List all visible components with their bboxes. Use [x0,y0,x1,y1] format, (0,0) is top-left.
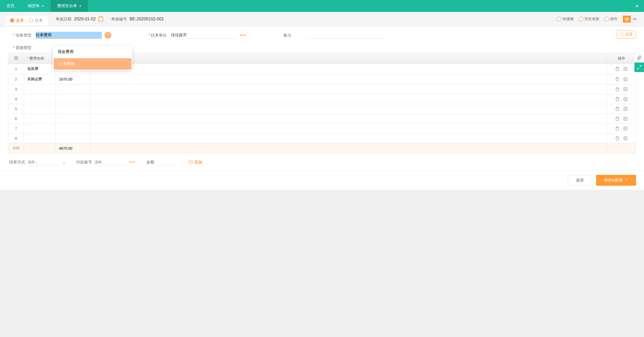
settlement-method-field: 结算方式 ⌄ [9,159,66,165]
add-row-icon[interactable] [623,107,628,111]
cell-name[interactable] [24,114,56,124]
header-gear[interactable] [8,53,24,64]
close-icon[interactable]: × [79,4,81,8]
cell-amount[interactable] [56,134,90,143]
footer: 放弃 保存&新增 ⌃ [0,171,644,190]
calendar-icon[interactable] [98,17,103,21]
remark-input[interactable] [306,32,385,39]
settlement-method-input[interactable] [28,159,60,165]
biz-type-input[interactable] [36,32,102,39]
add-row-icon[interactable] [623,136,628,140]
cell-remark[interactable] [90,74,607,85]
cell-name[interactable] [24,124,56,134]
add-row-icon[interactable] [623,117,628,121]
pay-account-input[interactable] [95,159,126,165]
operate-button[interactable]: 操作 [605,17,618,21]
cell-remark[interactable] [90,114,607,124]
delete-row-icon[interactable] [615,87,619,91]
header-remark: 备注 [90,53,607,64]
chevron-down-icon[interactable]: ⌄ [62,160,66,165]
add-payment-button[interactable]: + 添加 [189,160,202,165]
cell-name[interactable] [24,85,56,94]
save-label: 保存&新增 [604,178,623,183]
cell-name[interactable]: 采购运费 [24,74,56,85]
cell-name[interactable] [24,134,56,143]
subtotal-amount: 4670.00 [56,143,90,154]
pay-account-label: 付款账号 [76,160,92,165]
doc-no-field: 单据编号 BE-20200102-001 [111,17,164,22]
party-input[interactable] [171,32,237,39]
delete-row-icon[interactable] [615,67,619,71]
cell-amount[interactable] [56,114,90,124]
cell-amount[interactable] [56,124,90,134]
cell-amount[interactable]: 1670.00 [56,74,90,85]
view-list-button[interactable] [623,16,631,23]
add-payment-label: 添加 [194,160,202,165]
cell-actions [607,134,636,143]
dropdown-option-receivable[interactable]: 往来费用 [54,58,131,70]
row-index: 8 [8,134,24,143]
radio-red[interactable]: 红单 [29,18,43,23]
shortcut-label: 快捷键 [563,17,574,21]
add-row-icon[interactable] [623,87,628,91]
add-row-icon[interactable] [623,97,628,101]
pay-account-field: 付款账号 ••• [76,159,136,165]
dropdown-option-cash[interactable]: 现金费用 [53,46,132,57]
delete-row-icon[interactable] [615,77,619,81]
grid-icon [605,17,609,21]
view-detail-button[interactable] [631,16,639,23]
delete-row-icon[interactable] [615,136,619,140]
tab-sales[interactable]: 销货单 × [21,0,51,12]
cell-name[interactable] [24,104,56,114]
add-row-icon[interactable] [623,77,628,81]
shortcut-button[interactable]: 快捷键 [557,17,574,21]
delete-row-icon[interactable] [615,117,619,121]
cell-name[interactable]: 包装费 [24,64,56,74]
settings-button[interactable]: 设置 [617,30,636,38]
cell-amount[interactable] [56,104,90,114]
cell-actions [607,124,636,134]
sub-header: 蓝单 红单 单据日期 2020-01-02 单据编号 BE-20200102-0… [0,12,644,26]
cell-remark[interactable] [90,94,607,104]
cell-name[interactable] [24,94,56,104]
save-button[interactable]: 保存&新增 ⌃ [596,175,636,186]
doc-no-label: 单据编号 [111,17,127,22]
party-field: *往来单位 ••• [148,32,246,39]
biz-type-label: *业务类型 [13,33,33,38]
history-button[interactable]: 历史单据 [579,17,599,21]
add-row-icon[interactable] [623,67,628,71]
cancel-button[interactable]: 放弃 [568,175,592,186]
party-label: *往来单位 [148,33,168,38]
cell-remark[interactable] [90,134,607,143]
add-row-icon[interactable] [623,126,628,131]
delete-row-icon[interactable] [615,97,619,101]
panel-close-icon[interactable]: × [630,0,644,12]
table-row: 6 [8,114,636,124]
radio-blue[interactable]: 蓝单 [10,18,24,23]
doc-date-value[interactable]: 2020-01-02 [74,17,96,21]
table-row: 2 采购运费 1670.00 [8,74,636,85]
delete-row-icon[interactable] [615,126,619,131]
tab-expense-label: 费用支出单 [57,3,77,8]
expand-icon[interactable] [634,63,644,72]
cell-amount[interactable] [56,85,90,94]
close-icon[interactable]: × [42,4,44,8]
tab-home[interactable]: 首页 [0,0,21,12]
tab-expense[interactable]: 费用支出单 × [51,0,88,12]
row-index: 3 [8,85,24,94]
biz-type-dropdown: 现金费用 往来费用 [53,46,132,70]
cell-remark[interactable] [90,64,607,74]
chevron-up-icon[interactable]: ⌃ [105,32,111,39]
row-index: 5 [8,104,24,114]
cell-remark[interactable] [90,124,607,134]
more-icon[interactable]: ••• [240,33,246,38]
table-row: 4 [8,94,636,104]
cell-amount[interactable] [56,94,90,104]
more-icon[interactable]: ••• [129,159,136,165]
cell-remark[interactable] [90,85,607,94]
pay-amount-input[interactable] [157,159,178,165]
payment-row: 结算方式 ⌄ 付款账号 ••• 金额 + 添加 [0,154,644,171]
attachment-icon[interactable] [634,53,644,63]
delete-row-icon[interactable] [615,107,619,111]
cell-remark[interactable] [90,104,607,114]
